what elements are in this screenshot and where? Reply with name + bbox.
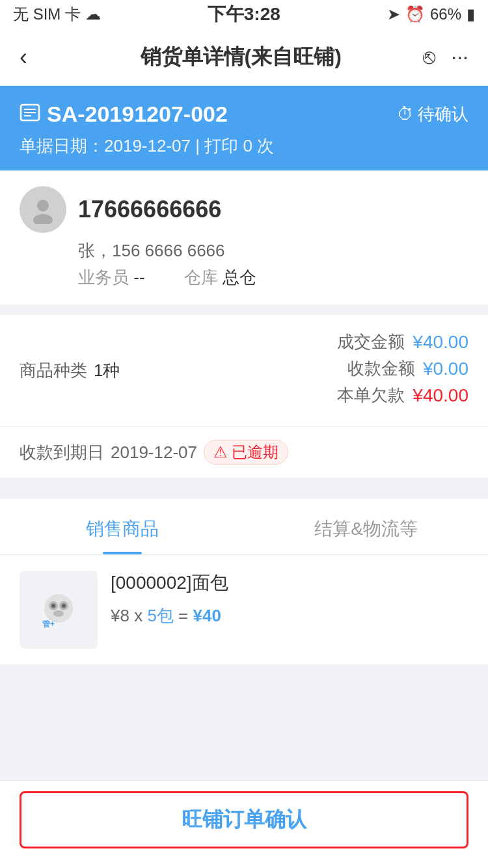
due-date-value: 2019-12-07	[111, 442, 197, 463]
svg-point-4	[37, 200, 49, 211]
bottom-bar: 旺铺订单确认	[0, 780, 488, 868]
amount-val: ¥40.00	[413, 332, 468, 353]
warehouse-val: 总仓	[223, 267, 256, 287]
tab-sales-products[interactable]: 销售商品	[0, 498, 244, 554]
tabs-bar: 销售商品 结算&物流等	[0, 498, 488, 555]
svg-text:管+: 管+	[42, 619, 55, 629]
customer-meta: 业务员 -- 仓库 总仓	[78, 266, 468, 289]
product-thumbnail: 管+	[20, 571, 98, 649]
order-status: ⏱ 待确认	[397, 103, 468, 126]
product-name: [0000002]面包	[111, 571, 468, 595]
equals-sign: =	[174, 606, 193, 625]
order-icon	[20, 102, 40, 127]
clock-icon: ⏱	[397, 104, 414, 124]
product-price: ¥8 x 5包 = ¥40	[111, 604, 468, 627]
order-header: SA-20191207-002 ⏱ 待确认 单据日期：2019-12-07 | …	[0, 86, 488, 170]
owed-label: 本单欠款	[337, 384, 405, 407]
back-button[interactable]: ‹	[20, 44, 59, 71]
tab-settlement[interactable]: 结算&物流等	[244, 498, 488, 554]
product-qty: 5包	[147, 606, 173, 625]
due-date-row: 收款到期日 2019-12-07 ⚠ 已逾期	[0, 426, 488, 478]
received-label: 收款金额	[347, 357, 415, 380]
nav-bar: ‹ 销货单详情(来自旺铺) ⎋ ···	[0, 29, 488, 86]
location-icon: ➤	[387, 5, 400, 23]
product-type-label: 商品种类	[20, 359, 87, 382]
overdue-text: 已逾期	[232, 442, 278, 463]
owed-val: ¥40.00	[413, 385, 468, 406]
order-id: SA-20191207-002	[20, 102, 228, 127]
product-type-val: 1种	[94, 359, 120, 382]
customer-phone: 17666666666	[78, 196, 221, 223]
svg-point-11	[52, 604, 55, 607]
customer-name-phone: 张，156 6666 6666	[78, 239, 468, 262]
page-title: 销货单详情(来自旺铺)	[141, 43, 342, 72]
svg-point-13	[53, 610, 64, 617]
product-card: 管+ [0000002]面包 ¥8 x 5包 = ¥40	[0, 555, 488, 664]
svg-point-6	[44, 594, 73, 623]
divider-1	[0, 305, 488, 315]
share-button[interactable]: ⎋	[423, 45, 435, 69]
customer-avatar	[20, 186, 66, 233]
product-total: ¥40	[193, 606, 221, 625]
sales-label: 业务员	[78, 267, 129, 287]
warehouse-label: 仓库	[184, 267, 218, 287]
battery-icon: ▮	[467, 5, 475, 23]
more-button[interactable]: ···	[451, 45, 468, 69]
nav-actions: ⎋ ···	[423, 45, 468, 69]
summary-card: 商品种类 1种 成交金额 ¥40.00 收款金额 ¥0.00 本单欠款 ¥40.…	[0, 315, 488, 426]
amounts-section: 成交金额 ¥40.00 收款金额 ¥0.00 本单欠款 ¥40.00	[337, 331, 468, 411]
status-bar: 无 SIM 卡 ☁ 下午3:28 ➤ ⏰ 66% ▮	[0, 0, 488, 29]
confirm-order-button[interactable]: 旺铺订单确认	[20, 791, 468, 848]
status-time: 下午3:28	[208, 2, 280, 27]
status-text: 待确认	[418, 103, 468, 126]
price-text: ¥8 x	[111, 606, 147, 625]
divider-2	[0, 478, 488, 488]
product-info: [0000002]面包 ¥8 x 5包 = ¥40	[111, 571, 468, 627]
status-left: 无 SIM 卡 ☁	[13, 4, 101, 25]
svg-point-12	[62, 604, 65, 607]
overdue-icon: ⚠	[213, 443, 228, 461]
sales-val: --	[133, 267, 144, 287]
alarm-icon: ⏰	[405, 5, 425, 23]
battery-level: 66%	[430, 5, 461, 23]
status-right: ➤ ⏰ 66% ▮	[387, 5, 475, 23]
customer-card: 17666666666 张，156 6666 6666 业务员 -- 仓库 总仓	[0, 170, 488, 305]
order-date: 单据日期：2019-12-07 | 打印 0 次	[20, 135, 468, 157]
due-date-label: 收款到期日	[20, 441, 104, 464]
overdue-badge: ⚠ 已逾期	[204, 440, 288, 465]
received-val: ¥0.00	[423, 359, 468, 379]
order-id-text: SA-20191207-002	[47, 102, 228, 127]
svg-point-5	[33, 214, 53, 224]
amount-label: 成交金额	[337, 331, 405, 353]
sim-status: 无 SIM 卡 ☁	[13, 4, 101, 25]
